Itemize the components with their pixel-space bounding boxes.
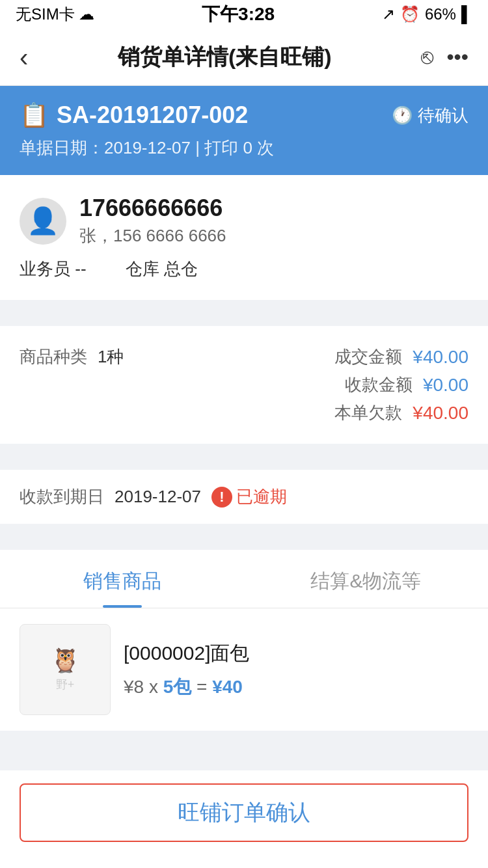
due-date: 2019-12-07 [115,487,201,507]
status-time: 下午3:28 [202,2,275,27]
received-row: 收款金额 ¥0.00 [345,373,468,396]
more-icon[interactable]: ••• [446,45,468,69]
multiply-sign: x [149,677,158,697]
warehouse-item: 仓库 总仓 [126,258,198,280]
salesperson-value: -- [75,259,86,278]
tab-settlement-label: 结算&物流等 [310,570,421,591]
order-id: 📋 SA-20191207-002 [20,102,248,129]
person-icon: 👤 [27,206,59,236]
product-section: 🦉 野+ [0000002]面包 ¥8 x 5包 = ¥40 [0,608,488,731]
overdue-text: 已逾期 [236,485,287,508]
equals-sign: = [197,677,207,697]
alarm-icon: ⏰ [400,5,420,23]
due-section: 收款到期日 2019-12-07 ! 已逾期 [0,470,488,524]
owed-row: 本单欠款 ¥40.00 [334,401,468,424]
info-right: 成交金额 ¥40.00 收款金额 ¥0.00 本单欠款 ¥40.00 [334,346,468,424]
total-value: ¥40 [212,677,243,697]
salesperson-label: 业务员 [20,259,70,278]
order-id-text: SA-20191207-002 [57,102,248,129]
tab-products-label: 销售商品 [83,570,161,591]
tabs-row: 销售商品 结算&物流等 [0,550,488,608]
divider-2 [0,457,488,470]
order-id-icon: 📋 [20,102,49,129]
order-status: 🕐 待确认 [392,104,468,127]
status-text: 待确认 [418,104,468,127]
page-title: 销货单详情(来自旺铺) [118,42,332,72]
location-icon: ↗ [382,5,395,23]
received-label: 收款金额 [345,373,413,396]
status-bar: 无SIM卡 ☁ 下午3:28 ↗ ⏰ 66% ▌ [0,0,488,29]
warehouse-value: 总仓 [164,259,198,278]
product-logo-text: 野+ [51,677,80,692]
info-left: 商品种类 1种 [20,346,124,368]
type-value: 1种 [98,346,124,368]
product-image: 🦉 野+ [20,624,111,715]
customer-row: 👤 17666666666 张，156 6666 6666 [20,195,468,247]
info-row: 商品种类 1种 成交金额 ¥40.00 收款金额 ¥0.00 本单欠款 ¥40.… [20,346,468,424]
status-left: 无SIM卡 ☁ [16,4,94,25]
nav-bar: ‹ 销货单详情(来自旺铺) ⎋ ••• [0,29,488,86]
salesperson-item: 业务员 -- [20,258,87,280]
order-header-top: 📋 SA-20191207-002 🕐 待确认 [20,102,468,129]
avatar: 👤 [20,198,66,245]
share-icon[interactable]: ⎋ [421,45,433,69]
no-sim-text: 无SIM卡 ☁ [16,4,94,25]
amount-label: 成交金额 [334,346,402,368]
received-value: ¥0.00 [423,375,468,396]
divider-1 [0,313,488,326]
amount-row: 成交金额 ¥40.00 [334,346,468,368]
tab-products[interactable]: 销售商品 [0,550,244,608]
battery-text: 66% [425,5,456,23]
divider-3 [0,537,488,550]
overdue-badge: ! 已逾期 [211,485,287,508]
amount-value: ¥40.00 [413,347,468,368]
order-header: 📋 SA-20191207-002 🕐 待确认 单据日期：2019-12-07 … [0,86,488,175]
customer-section: 👤 17666666666 张，156 6666 6666 业务员 -- 仓库 … [0,175,488,300]
overdue-icon: ! [211,487,232,508]
due-label: 收款到期日 [20,485,104,508]
status-right: ↗ ⏰ 66% ▌ [382,5,472,23]
warehouse-label: 仓库 [126,259,159,278]
product-price: ¥8 x 5包 = ¥40 [124,675,468,699]
tab-settlement[interactable]: 结算&物流等 [244,550,488,608]
back-button[interactable]: ‹ [20,44,28,70]
clock-icon: 🕐 [392,105,413,126]
product-name: [0000002]面包 [124,640,468,667]
owed-value: ¥40.00 [413,403,468,424]
type-label: 商品种类 [20,346,87,368]
price-value: ¥8 [124,677,144,697]
nav-right[interactable]: ⎋ ••• [421,45,468,69]
battery-icon: ▌ [461,5,472,23]
product-item: 🦉 野+ [0000002]面包 ¥8 x 5包 = ¥40 [20,624,468,715]
customer-meta: 业务员 -- 仓库 总仓 [20,258,468,280]
confirm-button[interactable]: 旺铺订单确认 [20,783,468,842]
customer-info: 17666666666 张，156 6666 6666 [79,195,226,247]
owed-label: 本单欠款 [334,401,402,424]
tabs-section: 销售商品 结算&物流等 [0,550,488,608]
customer-name-phone: 张，156 6666 6666 [79,224,226,247]
bottom-bar: 旺铺订单确认 [0,770,488,868]
product-info: [0000002]面包 ¥8 x 5包 = ¥40 [124,640,468,699]
confirm-button-label: 旺铺订单确认 [178,798,310,828]
nav-left[interactable]: ‹ [20,44,28,70]
customer-phone: 17666666666 [79,195,226,222]
info-section: 商品种类 1种 成交金额 ¥40.00 收款金额 ¥0.00 本单欠款 ¥40.… [0,326,488,444]
quantity-value: 5包 [163,677,192,697]
order-date: 单据日期：2019-12-07 | 打印 0 次 [20,137,468,159]
product-logo: 🦉 野+ [51,647,80,692]
